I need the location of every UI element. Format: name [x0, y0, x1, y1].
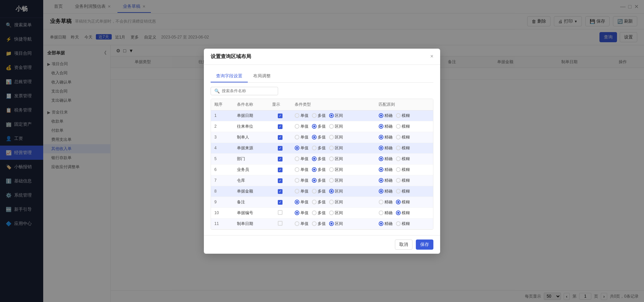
checkbox-checked-8[interactable]	[278, 200, 283, 205]
checkbox-checked-4[interactable]	[278, 157, 283, 161]
row-display-10[interactable]	[269, 218, 291, 229]
radio-exact-10[interactable]: 精确	[379, 221, 393, 227]
radio-single-circle-4	[295, 156, 299, 161]
dialog-tab-layout-adjust[interactable]: 布局调整	[248, 70, 276, 82]
radio-fuzzy-8[interactable]: 模糊	[396, 199, 410, 205]
radio-range-9[interactable]: 区间	[329, 210, 343, 216]
radio-single-circle-9	[295, 210, 299, 215]
radio-single-4[interactable]: 单值	[295, 156, 308, 162]
radio-single-1[interactable]: 单值	[295, 124, 308, 129]
radio-range-7[interactable]: 区间	[329, 188, 343, 194]
radio-range-10[interactable]: 区间	[329, 221, 343, 227]
radio-range-5[interactable]: 区间	[329, 167, 343, 173]
radio-multiple-circle-6	[312, 178, 317, 183]
radio-fuzzy-circle-0	[396, 113, 401, 118]
checkbox-checked-1[interactable]	[278, 124, 283, 129]
radio-multiple-2[interactable]: 多值	[312, 134, 326, 140]
row-display-2[interactable]	[269, 132, 291, 143]
radio-single-0[interactable]: 单值	[295, 113, 308, 119]
row-display-6[interactable]	[269, 175, 291, 186]
radio-multiple-7[interactable]: 多值	[312, 188, 326, 194]
radio-single-8[interactable]: 单值	[295, 199, 308, 205]
radio-multiple-circle-10	[312, 221, 317, 226]
radio-multiple-8[interactable]: 多值	[312, 199, 326, 205]
dialog-cancel-button[interactable]: 取消	[395, 240, 412, 250]
row-display-0[interactable]	[269, 110, 291, 121]
row-order-6: 7	[211, 175, 234, 186]
row-condition-6: 单值 多值 区间	[291, 175, 375, 186]
radio-exact-1[interactable]: 精确	[379, 124, 393, 129]
radio-multiple-10[interactable]: 多值	[312, 221, 326, 227]
radio-exact-8[interactable]: 精确	[379, 199, 393, 205]
radio-fuzzy-9[interactable]: 模糊	[396, 210, 410, 216]
radio-multiple-9[interactable]: 多值	[312, 210, 326, 216]
radio-range-circle-3	[329, 146, 334, 150]
radio-single-3[interactable]: 单值	[295, 145, 308, 151]
checkbox-empty-9[interactable]	[278, 210, 283, 215]
row-display-5[interactable]	[269, 164, 291, 175]
radio-fuzzy-0[interactable]: 模糊	[396, 113, 410, 119]
row-display-1[interactable]	[269, 121, 291, 132]
row-display-4[interactable]	[269, 153, 291, 164]
radio-exact-6[interactable]: 精确	[379, 178, 393, 183]
radio-fuzzy-5[interactable]: 模糊	[396, 167, 410, 173]
radio-fuzzy-3[interactable]: 模糊	[396, 145, 410, 151]
radio-multiple-5[interactable]: 多值	[312, 167, 326, 173]
radio-multiple-3[interactable]: 多值	[312, 145, 326, 151]
row-condition-0: 单值 多值 区间	[291, 110, 375, 121]
radio-single-2[interactable]: 单值	[295, 134, 308, 140]
radio-range-6[interactable]: 区间	[329, 178, 343, 183]
checkbox-checked-2[interactable]	[278, 135, 283, 140]
radio-single-5[interactable]: 单值	[295, 167, 308, 173]
radio-single-10[interactable]: 单值	[295, 221, 308, 227]
checkbox-checked-5[interactable]	[278, 168, 283, 172]
radio-multiple-0[interactable]: 多值	[312, 113, 326, 119]
checkbox-checked-7[interactable]	[278, 189, 283, 194]
row-display-9[interactable]	[269, 207, 291, 218]
checkbox-checked-0[interactable]	[278, 114, 283, 118]
radio-fuzzy-1[interactable]: 模糊	[396, 124, 410, 129]
radio-range-4[interactable]: 区间	[329, 156, 343, 162]
radio-range-2[interactable]: 区间	[329, 134, 343, 140]
checkbox-empty-10[interactable]	[278, 221, 283, 226]
radio-multiple-6[interactable]: 多值	[312, 178, 326, 183]
row-display-3[interactable]	[269, 143, 291, 153]
radio-exact-5[interactable]: 精确	[379, 167, 393, 173]
radio-fuzzy-6[interactable]: 模糊	[396, 178, 410, 183]
radio-range-1[interactable]: 区间	[329, 124, 343, 129]
radio-range-8[interactable]: 区间	[329, 199, 343, 205]
radio-multiple-1[interactable]: 多值	[312, 124, 326, 129]
radio-multiple-circle-0	[312, 113, 317, 118]
radio-exact-2[interactable]: 精确	[379, 134, 393, 140]
row-order-8: 9	[211, 197, 234, 207]
radio-range-3[interactable]: 区间	[329, 145, 343, 151]
radio-single-9[interactable]: 单值	[295, 210, 308, 216]
radio-fuzzy-2[interactable]: 模糊	[396, 134, 410, 140]
radio-exact-9[interactable]: 精确	[379, 210, 393, 216]
radio-fuzzy-7[interactable]: 模糊	[396, 188, 410, 194]
row-display-8[interactable]	[269, 197, 291, 207]
checkbox-checked-3[interactable]	[278, 146, 283, 151]
radio-exact-0[interactable]: 精确	[379, 113, 393, 119]
radio-range-circle-6	[329, 178, 334, 183]
checkbox-checked-6[interactable]	[278, 178, 283, 183]
radio-single-6[interactable]: 单值	[295, 178, 308, 183]
radio-exact-3[interactable]: 精确	[379, 145, 393, 151]
dialog-search-input[interactable]	[222, 89, 274, 93]
radio-exact-7[interactable]: 精确	[379, 188, 393, 194]
dialog-save-button[interactable]: 保存	[416, 240, 433, 250]
radio-multiple-4[interactable]: 多值	[312, 156, 326, 162]
row-display-7[interactable]	[269, 186, 291, 197]
dialog-tab-query-fields[interactable]: 查询字段设置	[211, 70, 248, 82]
radio-exact-4[interactable]: 精确	[379, 156, 393, 162]
radio-single-7[interactable]: 单值	[295, 188, 308, 194]
radio-fuzzy-circle-10	[396, 221, 401, 226]
radio-fuzzy-10[interactable]: 模糊	[396, 221, 410, 227]
row-condition-1: 单值 多值 区间	[291, 121, 375, 132]
radio-range-0[interactable]: 区间	[329, 113, 343, 119]
dialog-th-匹配原则: 匹配原则	[375, 99, 433, 110]
dialog-body: 查询字段设置布局调整 🔍 顺序条件名称显示条件类型匹配原则 1单据日期 单值 多…	[204, 65, 440, 235]
dialog-close-button[interactable]: ×	[430, 53, 433, 59]
radio-fuzzy-4[interactable]: 模糊	[396, 156, 410, 162]
radio-range-circle-2	[329, 135, 334, 140]
